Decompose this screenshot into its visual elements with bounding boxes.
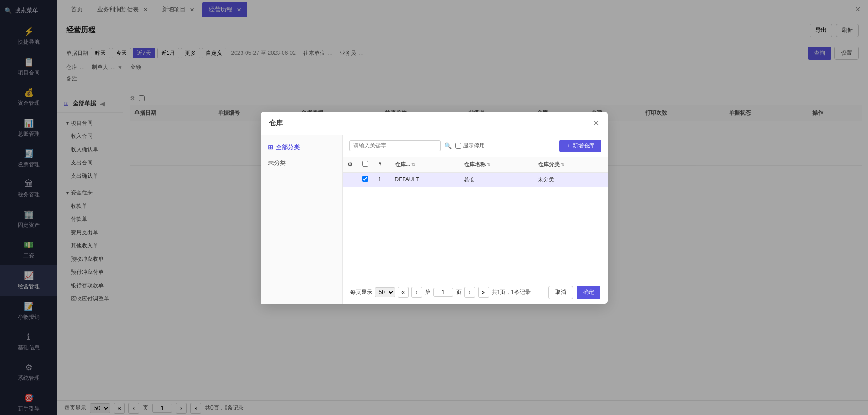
modal-search-input[interactable] [349, 140, 441, 151]
modal-per-page-label: 每页显示 [350, 289, 372, 296]
modal-per-page-select[interactable]: 50 [375, 287, 395, 297]
th-num: # [374, 157, 390, 173]
row-name: 总仓 [459, 172, 533, 187]
modal-title: 仓库 [269, 119, 283, 127]
modal-body: ⊞ 全部分类 未分类 🔍 显示停用 ＋ 新增仓库 [261, 135, 608, 304]
modal-page-label: 第 [425, 289, 431, 296]
row-checkbox-cell [358, 172, 374, 187]
col-sort-name[interactable]: 仓库名称 [464, 161, 529, 168]
col-sort-code[interactable]: 仓库... [395, 161, 455, 168]
modal-sidebar-all[interactable]: ⊞ 全部分类 [261, 140, 342, 155]
modal-header: 仓库 ✕ [261, 112, 608, 135]
modal-sidebar: ⊞ 全部分类 未分类 [261, 135, 343, 304]
row-settings-cell [343, 172, 358, 187]
modal-cancel-btn[interactable]: 取消 [548, 286, 573, 299]
modal-close-btn[interactable]: ✕ [593, 118, 600, 128]
th-name[interactable]: 仓库名称 [459, 157, 533, 173]
modal-toolbar: 🔍 显示停用 ＋ 新增仓库 [343, 135, 608, 157]
th-category[interactable]: 仓库分类 [533, 157, 607, 173]
modal-prev-btn[interactable]: ‹ [411, 287, 422, 298]
select-all-modal[interactable] [362, 161, 368, 167]
add-warehouse-btn[interactable]: ＋ 新增仓库 [559, 140, 601, 152]
show-disabled-checkbox[interactable] [455, 143, 461, 149]
row-category: 未分类 [533, 172, 607, 187]
modal-last-btn[interactable]: » [478, 287, 489, 298]
show-disabled-label: 显示停用 [455, 142, 485, 150]
th-settings: ⚙ [343, 157, 358, 173]
modal-actions: 取消 确定 [548, 286, 600, 299]
row-num: 1 [374, 172, 390, 187]
modal-footer: 每页显示 50 « ‹ 第 页 › » 共1页，1条记录 取消 确定 [343, 281, 608, 304]
modal-sidebar-unclassified[interactable]: 未分类 [261, 155, 342, 171]
modal-page-input[interactable] [433, 288, 453, 297]
settings-icon2[interactable]: ⚙ [347, 161, 352, 168]
modal-table-row[interactable]: 1 DEFAULT 总仓 未分类 [343, 172, 608, 187]
row-checkbox[interactable] [362, 176, 368, 182]
modal-table: ⚙ # 仓库... 仓库名称 [343, 157, 608, 281]
th-checkbox [358, 157, 374, 173]
modal-main: 🔍 显示停用 ＋ 新增仓库 ⚙ [343, 135, 608, 304]
modal-next-btn[interactable]: › [464, 287, 475, 298]
modal-page-suffix: 页 [456, 289, 462, 296]
modal-total: 共1页，1条记录 [492, 289, 531, 296]
col-sort-category[interactable]: 仓库分类 [538, 161, 603, 168]
warehouse-modal: 仓库 ✕ ⊞ 全部分类 未分类 🔍 显示停用 ＋ 新增仓库 [261, 112, 608, 304]
row-code: DEFAULT [390, 172, 460, 187]
modal-search-icon[interactable]: 🔍 [444, 142, 452, 149]
modal-confirm-btn[interactable]: 确定 [577, 286, 600, 299]
modal-first-btn[interactable]: « [398, 287, 409, 298]
modal-pagination: 每页显示 50 « ‹ 第 页 › » 共1页，1条记录 [350, 287, 531, 298]
th-code[interactable]: 仓库... [390, 157, 460, 173]
grid-icon2: ⊞ [268, 144, 273, 151]
